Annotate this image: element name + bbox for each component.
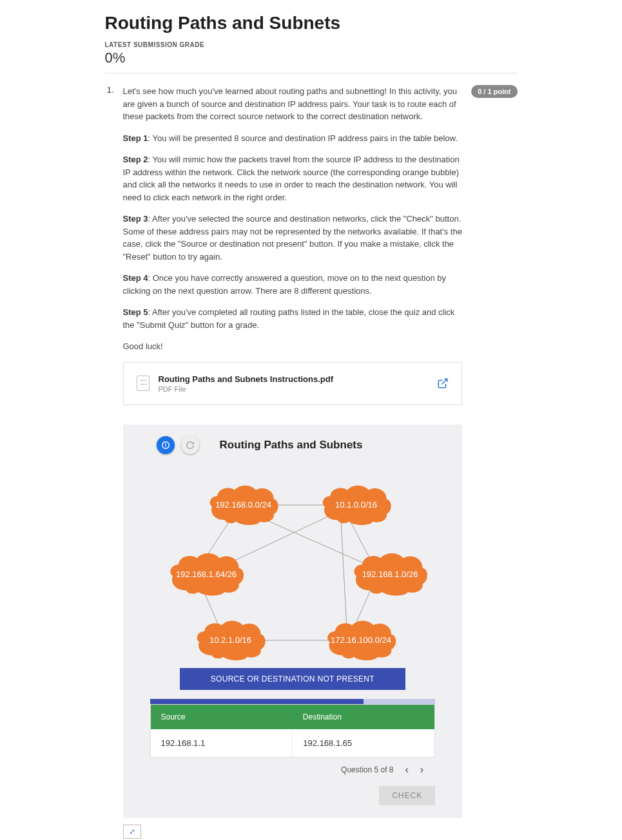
node-label: 192.168.0.0/24 bbox=[215, 500, 271, 510]
progress-bar bbox=[150, 699, 436, 704]
closing-text: Good luck! bbox=[123, 340, 463, 353]
table-cell-destination: 192.168.1.65 bbox=[293, 729, 434, 757]
pager: Question 5 of 8 ‹ › bbox=[150, 758, 436, 782]
file-type: PDF File bbox=[159, 385, 429, 393]
grade-label: LATEST SUBMISSION GRADE bbox=[105, 41, 518, 48]
network-node-2[interactable]: 192.168.1.64/26 bbox=[153, 550, 260, 598]
svg-line-13 bbox=[130, 830, 133, 833]
file-name: Routing Paths and Subnets Instructions.p… bbox=[159, 374, 429, 384]
progress-fill bbox=[150, 699, 364, 704]
network-node-0[interactable]: 192.168.0.0/24 bbox=[192, 482, 295, 528]
node-label: 10.2.1.0/16 bbox=[209, 635, 251, 645]
attachment-card[interactable]: Routing Paths and Subnets Instructions.p… bbox=[123, 362, 463, 405]
step-1: Step 1: You will be presented 8 source a… bbox=[123, 132, 463, 145]
table-row: 192.168.1.1 192.168.1.65 bbox=[151, 729, 435, 757]
reset-button[interactable] bbox=[181, 436, 199, 454]
page-title: Routing Paths and Subnets bbox=[105, 13, 518, 33]
pager-text: Question 5 of 8 bbox=[341, 765, 393, 774]
instructions: Let's see how much you've learned about … bbox=[123, 85, 463, 353]
step-5: Step 5: After you've completed all routi… bbox=[123, 306, 463, 331]
network-node-4[interactable]: 10.2.1.0/16 bbox=[182, 618, 279, 663]
node-label: 172.16.100.0/24 bbox=[331, 635, 391, 645]
network-diagram: 192.168.0.0/24 10.1.0.0/16 192.168.1.64/… bbox=[131, 463, 455, 663]
node-label: 192.168.1.0/26 bbox=[362, 569, 418, 579]
activity-title: Routing Paths and Subnets bbox=[220, 439, 363, 452]
info-button[interactable] bbox=[157, 436, 175, 454]
activity-widget: Routing Paths and Subnets bbox=[123, 425, 463, 818]
node-label: 192.168.1.64/26 bbox=[176, 569, 237, 579]
table-header-destination: Destination bbox=[293, 705, 434, 729]
next-arrow-icon[interactable]: › bbox=[420, 764, 423, 776]
svg-line-0 bbox=[442, 379, 447, 384]
expand-button[interactable] bbox=[123, 825, 141, 839]
node-label: 10.1.0.0/16 bbox=[335, 500, 377, 510]
grade-value: 0% bbox=[105, 50, 518, 66]
network-node-3[interactable]: 192.168.1.0/26 bbox=[337, 550, 443, 598]
check-button[interactable]: CHECK bbox=[379, 786, 435, 805]
table-header-source: Source bbox=[151, 705, 293, 729]
document-icon bbox=[137, 376, 150, 391]
step-4: Step 4: Once you have correctly answered… bbox=[123, 272, 463, 297]
points-badge: 0 / 1 point bbox=[471, 85, 517, 98]
not-present-button[interactable]: SOURCE OR DESTINATION NOT PRESENT bbox=[180, 668, 405, 690]
network-node-5[interactable]: 172.16.100.0/24 bbox=[308, 618, 414, 663]
step-2: Step 2: You will mimic how the packets t… bbox=[123, 153, 463, 204]
open-external-icon[interactable] bbox=[437, 377, 449, 389]
prev-arrow-icon[interactable]: ‹ bbox=[405, 764, 409, 776]
step-3: Step 3: After you've selected the source… bbox=[123, 213, 463, 263]
divider bbox=[105, 73, 518, 73]
question-number: 1. bbox=[105, 85, 114, 95]
ip-table: Source Destination 192.168.1.1 192.168.1… bbox=[150, 704, 436, 758]
network-node-1[interactable]: 10.1.0.0/16 bbox=[308, 482, 405, 528]
svg-point-3 bbox=[165, 443, 166, 444]
intro-text: Let's see how much you've learned about … bbox=[123, 85, 463, 123]
table-cell-source: 192.168.1.1 bbox=[151, 729, 293, 757]
